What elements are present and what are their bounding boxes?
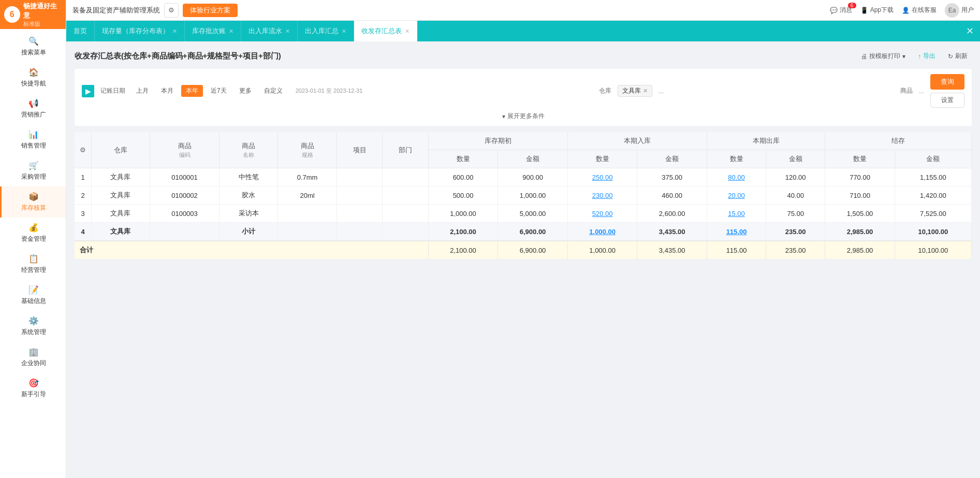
cell-out-amt: 120.00: [766, 168, 825, 186]
col-warehouse: 仓库: [92, 132, 150, 168]
warehouse-tag-close[interactable]: ✕: [643, 88, 648, 94]
topbar-left: 装备及固定资产辅助管理系统 ⚙ 体验行业方案: [72, 3, 238, 18]
print-btn[interactable]: 🖨 按模板打印 ▾: [857, 50, 910, 63]
in-qty-link[interactable]: 520.00: [592, 210, 613, 218]
user-avatar: Ea: [945, 3, 959, 18]
logo-title: 畅捷通好生意: [23, 2, 62, 20]
phone-icon: 📱: [860, 7, 868, 14]
export-btn[interactable]: ↑ 导出: [914, 50, 940, 63]
tab-close-inventory_dist[interactable]: ✕: [172, 28, 177, 35]
refresh-btn[interactable]: ↻ 刷新: [944, 50, 972, 63]
cell-out-qty: 115.00: [707, 223, 766, 241]
sidebar-item-operations[interactable]: 📋经营管理: [0, 249, 66, 280]
sidebar-item-marketing[interactable]: 📢营销推广: [0, 93, 66, 124]
export-icon: ↑: [918, 53, 921, 60]
main-area: 装备及固定资产辅助管理系统 ⚙ 体验行业方案 💬 消息 6 📱 App下载 👤 …: [66, 0, 980, 478]
export-label: 导出: [923, 52, 935, 61]
expand-row: ▾ 展开更多条件: [82, 112, 964, 121]
system-icon: ⚙️: [28, 316, 39, 326]
col-settings[interactable]: ⚙: [75, 132, 92, 168]
search-icon: 🔍: [28, 36, 39, 46]
page-content: 收发存汇总表(按仓库+商品编码+商品+规格型号+项目+部门) 🖨 按模板打印 ▾…: [66, 41, 980, 478]
table-row: 2 文具库 0100002 胶水 20ml 500.00 1,000.00 23…: [75, 186, 972, 205]
col-group-out: 本期出库: [707, 132, 825, 150]
col-in-amt: 金额: [637, 150, 707, 168]
cell-spec: 0.7mm: [278, 168, 337, 186]
tab-bar-close-btn[interactable]: ✕: [960, 25, 980, 37]
logo-text-area: 畅捷通好生意 标准版: [23, 2, 62, 28]
tab-home[interactable]: 首页: [66, 21, 95, 41]
filter-toggle-btn[interactable]: ▶: [82, 85, 94, 97]
date-btn-本年[interactable]: 本年: [181, 85, 203, 97]
experience-button[interactable]: 体验行业方案: [183, 4, 238, 17]
out-qty-link[interactable]: 80.00: [728, 173, 745, 181]
col-in-qty: 数量: [567, 150, 637, 168]
cell-name: 采访本: [220, 205, 278, 223]
sidebar-item-sales[interactable]: 📊销售管理: [0, 124, 66, 155]
date-btn-本月[interactable]: 本月: [156, 85, 178, 97]
out-qty-link[interactable]: 15.00: [728, 210, 745, 218]
table-row: 4 文具库 小计 2,100.00 6,900.00 1,000.00 3,43…: [75, 223, 972, 241]
col-goods-code: 商品编码: [150, 132, 220, 168]
system-title: 装备及固定资产辅助管理系统: [72, 6, 160, 15]
app-download-btn[interactable]: 📱 App下载: [860, 6, 894, 15]
in-qty-link[interactable]: 230.00: [592, 192, 613, 199]
cell-closing-amt: 1,155.00: [895, 168, 971, 186]
sidebar-item-system[interactable]: ⚙️系统管理: [0, 311, 66, 342]
sidebar-item-purchase[interactable]: 🛒采购管理: [0, 155, 66, 186]
cell-spec: [278, 205, 337, 223]
col-out-amt: 金额: [766, 150, 825, 168]
tab-inventory_dist[interactable]: 现存量（库存分布表）✕: [95, 21, 185, 41]
user-btn[interactable]: Ea 用户: [945, 3, 974, 18]
date-btn-更多[interactable]: 更多: [235, 85, 256, 97]
sidebar-item-finance[interactable]: 💰资金管理: [0, 218, 66, 249]
cell-out-qty: 80.00: [707, 168, 766, 186]
sidebar-item-label-operations: 经营管理: [21, 266, 46, 274]
tab-batch[interactable]: 库存批次账✕: [185, 21, 241, 41]
cell-project: [337, 168, 383, 186]
tab-close-receive_summary[interactable]: ✕: [405, 28, 409, 35]
sidebar-item-newbie[interactable]: 🎯新手引导: [0, 373, 66, 404]
tab-close-inout_summary[interactable]: ✕: [342, 28, 346, 35]
goods-more[interactable]: ...: [919, 88, 924, 95]
settings-icon-btn[interactable]: ⚙: [164, 3, 179, 18]
tab-inout_flow[interactable]: 出入库流水✕: [241, 21, 298, 41]
in-qty-link[interactable]: 1,000.00: [589, 228, 616, 236]
query-button[interactable]: 查询: [930, 74, 964, 90]
out-qty-link[interactable]: 115.00: [726, 228, 747, 236]
messages-btn[interactable]: 💬 消息 6: [830, 6, 852, 15]
page-actions: 🖨 按模板打印 ▾ ↑ 导出 ↻ 刷新: [857, 50, 972, 63]
sidebar-item-search[interactable]: 🔍搜索菜单: [0, 31, 66, 62]
tab-inout_summary[interactable]: 出入库汇总✕: [298, 21, 354, 41]
set-button[interactable]: 设置: [930, 93, 964, 108]
cell-out-amt: 40.00: [766, 186, 825, 205]
online-service-btn[interactable]: 👤 在线客服: [902, 6, 937, 15]
print-chevron-icon: ▾: [902, 53, 905, 60]
close-all-icon[interactable]: ✕: [966, 25, 974, 37]
in-qty-link[interactable]: 250.00: [592, 173, 613, 181]
cell-name: 胶水: [220, 186, 278, 205]
cell-project: [337, 205, 383, 223]
service-icon: 👤: [902, 7, 910, 14]
out-qty-link[interactable]: 20.00: [728, 192, 745, 199]
tab-receive_summary[interactable]: 收发存汇总表✕: [354, 21, 417, 41]
sidebar-item-quick_nav[interactable]: 🏠快捷导航: [0, 62, 66, 93]
expand-conditions-btn[interactable]: ▾ 展开更多条件: [502, 112, 545, 121]
sidebar-item-basic_info[interactable]: 📝基础信息: [0, 280, 66, 311]
tab-close-batch[interactable]: ✕: [229, 28, 233, 35]
operations-icon: 📋: [28, 254, 39, 264]
date-btn-自定义[interactable]: 自定义: [259, 85, 287, 97]
tab-close-inout_flow[interactable]: ✕: [285, 28, 290, 35]
goods-filter-label: 商品: [900, 86, 913, 95]
warehouse-more[interactable]: ...: [659, 88, 664, 95]
data-table: ⚙ 仓库 商品编码 商品名称 商品规格 项目 部门 库存期初 本期入库 本期出库…: [75, 132, 972, 259]
warehouse-tag[interactable]: 文具库 ✕: [618, 85, 652, 97]
date-btn-上月[interactable]: 上月: [131, 85, 153, 97]
sidebar-item-inventory[interactable]: 📦库存核算: [0, 186, 66, 218]
cell-out-amt: 235.00: [766, 223, 825, 241]
sidebar-item-enterprise[interactable]: 🏢企业协同: [0, 342, 66, 373]
date-btn-近7天[interactable]: 近7天: [206, 85, 231, 97]
inventory-icon: 📦: [28, 192, 39, 201]
sidebar-nav: 🔍搜索菜单🏠快捷导航📢营销推广📊销售管理🛒采购管理📦库存核算💰资金管理📋经营管理…: [0, 29, 66, 478]
marketing-icon: 📢: [28, 98, 39, 108]
